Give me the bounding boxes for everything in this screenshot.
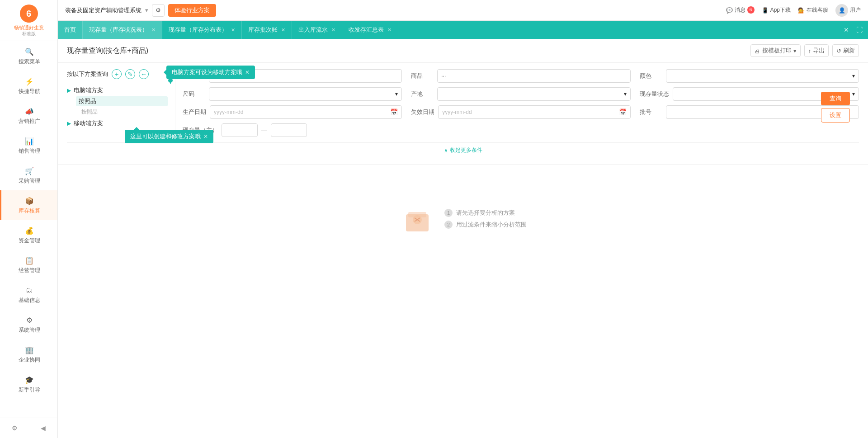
sidebar-bottom: ⚙ ◀ — [0, 418, 57, 438]
empty-hint-2-text: 用过滤条件来缩小分析范围 — [456, 221, 527, 229]
goods-label: 商品 — [411, 72, 434, 80]
online-support-btn[interactable]: 💁 在线客服 — [798, 6, 828, 14]
expiry-date-calendar-icon[interactable]: 📅 — [619, 108, 627, 116]
search-btn[interactable]: 查询 — [821, 92, 850, 105]
sidebar-item-sales[interactable]: 📊 销售管理 — [0, 131, 57, 160]
desktop-scheme-child[interactable]: 按照品 — [76, 96, 168, 106]
settings-bottom-btn[interactable]: ⚙ — [10, 423, 19, 433]
sidebar-item-quick[interactable]: ⚡ 快捷导航 — [0, 71, 57, 101]
purchase-icon: 🛒 — [24, 166, 34, 176]
tab-home[interactable]: 首页 — [58, 21, 83, 39]
logo-area: 6 畅销通好生意 标准版 — [0, 0, 57, 41]
desktop-scheme-sub: 按照品 按照品 — [76, 96, 168, 118]
filter-label: 按以下方案查询 — [67, 70, 108, 78]
sidebar-item-guide[interactable]: 🎓 新手引导 — [0, 369, 57, 399]
reset-btn[interactable]: 设置 — [821, 108, 850, 122]
sidebar-item-operations-label: 经营管理 — [19, 267, 40, 274]
tab-stock-status[interactable]: 现存量（库存状况表） ✕ — [83, 21, 162, 39]
scheme-tooltip-close[interactable]: ✕ — [245, 69, 250, 75]
collapse-icon: ∧ — [444, 147, 448, 154]
collapse-label: 收起更多条件 — [450, 146, 482, 154]
sidebar-item-inventory[interactable]: 📦 库存核算 — [0, 190, 57, 220]
page-title: 现存量查询(按仓库+商品) — [67, 46, 148, 56]
origin-select[interactable]: ▾ — [437, 87, 630, 101]
scheme-tree: ▶ 电脑端方案 按照品 按照品 — [67, 85, 168, 129]
tab-receive[interactable]: 收发存汇总表 ✕ — [342, 21, 398, 39]
logo-badge: 标准版 — [22, 31, 36, 37]
desktop-scheme-node[interactable]: ▶ 电脑端方案 — [67, 85, 168, 96]
sidebar-item-enterprise[interactable]: 🏢 企业协同 — [0, 339, 57, 369]
tab-fullscreen-icon[interactable]: ⛶ — [854, 25, 864, 34]
tab-receive-close[interactable]: ✕ — [387, 27, 392, 33]
empty-texts: 1 请先选择要分析的方案 2 用过滤条件来缩小分析范围 — [444, 209, 527, 229]
edit-scheme-btn[interactable]: ✎ — [125, 69, 135, 79]
app-download-btn[interactable]: 📱 App下载 — [762, 6, 791, 14]
filter-main: 按以下方案查询 + ✎ ← ▶ 电脑端方案 — [67, 69, 859, 137]
online-support-label: 在线客服 — [807, 6, 828, 14]
sidebar-item-marketing[interactable]: 📣 营销推广 — [0, 101, 57, 131]
export-btn[interactable]: ↑ 导出 — [804, 44, 829, 57]
batch-label: 批号 — [640, 108, 662, 116]
tab-stock-dist-close[interactable]: ✕ — [231, 27, 235, 33]
desktop-scheme-child2[interactable]: 按照品 — [76, 106, 168, 118]
goods-select[interactable]: ··· — [437, 69, 630, 83]
tab-close-all-icon[interactable]: ✕ — [842, 25, 851, 34]
trial-btn[interactable]: 体验行业方案 — [168, 4, 216, 17]
refresh-btn[interactable]: ↺ 刷新 — [832, 44, 859, 57]
tab-stock-batch[interactable]: 库存批次账 ✕ — [242, 21, 292, 39]
notification-label: 消息 — [735, 6, 745, 14]
notification-icon: 💬 — [726, 7, 733, 14]
collapse-sidebar-btn[interactable]: ◀ — [39, 423, 47, 433]
sidebar-item-sales-label: 销售管理 — [19, 147, 40, 155]
logo-text: 畅销通好生意 — [14, 24, 44, 31]
sidebar-item-marketing-label: 营销推广 — [19, 118, 40, 125]
phone-icon: 📱 — [762, 7, 769, 14]
collapse-bar[interactable]: ∧ 收起更多条件 — [67, 142, 859, 158]
stock-main-dash: — — [261, 127, 267, 134]
refresh-icon: ↺ — [836, 47, 841, 54]
inventory-icon: 📦 — [24, 196, 34, 206]
back-scheme-btn[interactable]: ← — [139, 69, 149, 79]
operations-icon: 📋 — [24, 255, 34, 265]
size-select[interactable]: ▾ — [209, 87, 402, 101]
filter-row-production-date: 生产日期 yyyy-mm-dd 📅 — [183, 105, 402, 119]
notification-btn[interactable]: 💬 消息 6 — [726, 6, 755, 14]
sales-icon: 📊 — [24, 136, 34, 146]
production-date-placeholder: yyyy-mm-dd — [214, 109, 243, 115]
user-label: 用户 — [850, 6, 861, 14]
tab-stock-status-close[interactable]: ✕ — [151, 27, 156, 33]
sidebar-nav: 🔍 搜索菜单 ⚡ 快捷导航 📣 营销推广 📊 销售管理 🛒 采购管理 📦 库存核… — [0, 41, 57, 418]
sidebar-item-guide-label: 新手引导 — [19, 386, 40, 394]
color-select[interactable]: ▾ — [666, 69, 859, 83]
production-date-calendar-icon[interactable]: 📅 — [390, 108, 398, 116]
sidebar-item-purchase[interactable]: 🛒 采购管理 — [0, 160, 57, 190]
system-dropdown-icon[interactable]: ▾ — [145, 7, 148, 14]
sidebar-item-basic[interactable]: 🗂 基础信息 — [0, 280, 57, 310]
tab-in-out-close[interactable]: ✕ — [331, 27, 335, 33]
add-scheme-btn[interactable]: + — [112, 69, 122, 79]
tab-stock-batch-close[interactable]: ✕ — [281, 27, 285, 33]
stock-main-input-to[interactable] — [271, 123, 307, 137]
scheme-edit-tooltip-text: 这里可以创建和修改方案哦 — [130, 132, 201, 141]
scheme-tooltip: 电脑方案可设为移动方案哦 ✕ — [166, 66, 255, 79]
scheme-edit-tooltip-close[interactable]: ✕ — [203, 133, 208, 140]
stock-main-input-from[interactable] — [222, 123, 258, 137]
sidebar-item-finance[interactable]: 💰 资金管理 — [0, 220, 57, 250]
sidebar-item-system[interactable]: ⚙ 系统管理 — [0, 310, 57, 339]
filter-area: 电脑方案可设为移动方案哦 ✕ 这里可以创建和修改方案哦 ✕ 按以下方案查询 — [58, 63, 868, 165]
sidebar-item-operations[interactable]: 📋 经营管理 — [0, 250, 57, 280]
empty-num-1: 1 — [444, 209, 453, 217]
tab-stock-dist[interactable]: 现存量（库存分布表） ✕ — [162, 21, 242, 39]
tab-in-out[interactable]: 出入库流水 ✕ — [292, 21, 342, 39]
user-avatar-btn[interactable]: 👤 用户 — [835, 4, 861, 17]
notification-count: 6 — [747, 6, 755, 14]
mobile-scheme-node[interactable]: ▶ 移动端方案 — [67, 118, 168, 129]
settings-gear-btn[interactable]: ⚙ — [152, 4, 165, 17]
sidebar-item-search[interactable]: 🔍 搜索菜单 — [0, 41, 57, 71]
empty-svg — [399, 201, 435, 237]
sidebar-item-basic-label: 基础信息 — [19, 297, 40, 304]
expiry-date-input[interactable]: yyyy-mm-dd 📅 — [438, 105, 630, 119]
goods-dots: ··· — [441, 73, 446, 79]
production-date-input[interactable]: yyyy-mm-dd 📅 — [210, 105, 402, 119]
print-btn[interactable]: 🖨 按模板打印 ▾ — [750, 44, 801, 57]
